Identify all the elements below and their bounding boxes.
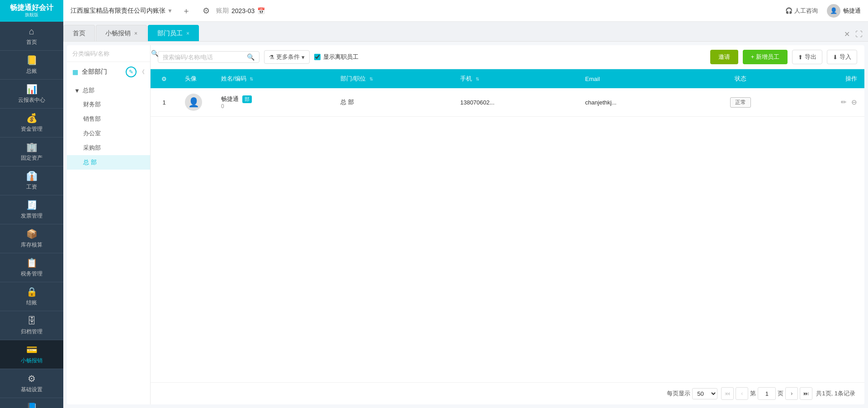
fund-icon: 💰 [26, 113, 38, 123]
company-selector[interactable]: 江西服宝精品有限责任公司内账张 ▼ [71, 7, 173, 15]
page-pre-label: 第 [750, 389, 756, 398]
sidebar-item-fund[interactable]: 💰 资金管理 [0, 109, 63, 138]
dept-edit-button[interactable]: ✎ [126, 66, 137, 77]
per-page-select[interactable]: 10 20 50 100 [692, 388, 717, 399]
company-dropdown-icon: ▼ [167, 8, 173, 14]
sidebar-label-invoice: 发票管理 [21, 212, 42, 220]
col-name-code[interactable]: 姓名/编码 ⇅ [214, 69, 333, 88]
sidebar-item-stock[interactable]: 📦 库存核算 [0, 224, 63, 253]
dept-child-finance[interactable]: 财务部 [67, 97, 150, 112]
dept-tree: ▼ 总部 财务部 销售部 办公室 采购部 [67, 82, 150, 404]
sidebar-label-reports: 云报表中心 [18, 96, 45, 104]
show-resigned-checkbox[interactable] [314, 54, 321, 60]
add-employee-button[interactable]: + 新增员工 [743, 50, 788, 64]
first-page-button[interactable]: ⏮ [721, 387, 734, 400]
dept-child-purchase[interactable]: 采购部 [67, 141, 150, 155]
app-logo: 畅捷通好会计 旗舰版 [0, 0, 63, 22]
tab-dept-emp-close[interactable]: × [186, 30, 189, 37]
sidebar-label-archive: 归档管理 [21, 328, 42, 336]
filter-arrow-icon: ▾ [302, 54, 305, 61]
sidebar-item-salary[interactable]: 👔 工资 [0, 166, 63, 195]
row-dept-cell: 总 部 [333, 88, 453, 117]
expense-icon: 💳 [26, 344, 38, 355]
dept-collapse-button[interactable]: 《 [139, 68, 145, 76]
row-actions-cell: ✏ ⊖ [786, 88, 864, 117]
col-actions: 操作 [786, 69, 864, 88]
last-page-button[interactable]: ⏭ [800, 387, 812, 400]
col-name-code-label: 姓名/编码 [221, 75, 246, 82]
show-resigned-checkbox-wrap[interactable]: 显示离职员工 [314, 53, 359, 61]
sidebar-item-home[interactable]: ⌂ 首页 [0, 22, 63, 51]
tab-home[interactable]: 首页 [63, 25, 95, 41]
col-settings[interactable]: ⚙ [151, 69, 178, 88]
invoice-icon: 🧾 [26, 199, 38, 210]
table-row: 1 👤 畅捷通 部 [151, 88, 864, 117]
company-name: 江西服宝精品有限责任公司内账张 [71, 7, 165, 15]
tab-expense[interactable]: 小畅报销 × [96, 25, 147, 41]
sidebar-item-closing[interactable]: 🔒 结账 [0, 282, 63, 311]
row-index: 1 [151, 88, 178, 117]
calendar-icon: 📅 [257, 7, 265, 14]
sidebar-item-expense[interactable]: 💳 小畅报销 [0, 340, 63, 369]
col-settings-icon: ⚙ [161, 76, 167, 82]
tab-maximize-button[interactable]: ⛶ [855, 30, 863, 38]
employee-avatar: 👤 [185, 94, 202, 111]
dept-child-sales[interactable]: 销售部 [67, 112, 150, 126]
dept-search-input[interactable] [72, 50, 148, 57]
filter-button[interactable]: ⚗ 更多条件 ▾ [264, 50, 310, 64]
import-icon: ⬇ [833, 54, 838, 61]
dept-child-purchase-label: 采购部 [83, 144, 101, 151]
sidebar-item-invoice[interactable]: 🧾 发票管理 [0, 195, 63, 224]
pagination-bar: 每页显示 10 20 50 100 ⏮ ‹ 第 页 [151, 382, 864, 404]
sidebar-item-reports[interactable]: 📊 云报表中心 [0, 80, 63, 109]
filter-icon: ⚗ [269, 54, 274, 61]
delete-employee-button[interactable]: ⊖ [851, 98, 857, 106]
reports-icon: 📊 [26, 84, 38, 95]
service-button[interactable]: 🎧 人工咨询 [785, 7, 818, 15]
tab-dept-emp[interactable]: 部门员工 × [148, 25, 199, 41]
export-button[interactable]: ⬆ 导出 [792, 50, 822, 64]
employee-dept: 总 部 [340, 99, 354, 105]
tab-expense-close[interactable]: × [134, 30, 137, 37]
invite-button[interactable]: 邀请 [710, 50, 738, 64]
sidebar-item-tax[interactable]: 📋 税务管理 [0, 253, 63, 282]
next-page-button[interactable]: › [785, 387, 798, 400]
row-avatar-cell: 👤 [178, 88, 214, 117]
tab-close-window-button[interactable]: ✕ [844, 30, 850, 38]
per-page-selector: 每页显示 10 20 50 100 [667, 388, 717, 399]
import-button[interactable]: ⬇ 导入 [827, 50, 857, 64]
sidebar-item-guide[interactable]: 📘 新手引导 [0, 398, 63, 408]
dept-child-general[interactable]: 总 部 [67, 155, 150, 170]
dept-root-label: 总部 [83, 86, 94, 95]
settings-button[interactable]: ⚙ [200, 5, 212, 17]
row-status-cell: 正常 [695, 88, 786, 117]
add-button[interactable]: ＋ [180, 5, 193, 17]
sidebar-item-archive[interactable]: 🗄 归档管理 [0, 311, 63, 340]
col-mobile[interactable]: 手机 ⇅ [453, 69, 578, 88]
tab-bar-right: ✕ ⛶ [839, 30, 868, 41]
row-action-buttons: ✏ ⊖ [793, 98, 857, 106]
employee-code: 0 [221, 103, 326, 109]
user-info[interactable]: 👤 畅捷通 [827, 4, 861, 18]
row-mobile-cell: 138070602... [453, 88, 578, 117]
sidebar-item-basic[interactable]: ⚙ 基础设置 [0, 369, 63, 398]
employee-mobile: 138070602... [460, 99, 495, 106]
employee-table: ⚙ 头像 姓名/编码 ⇅ 部门/职位 [151, 69, 864, 382]
col-dept-position[interactable]: 部门/职位 ⇅ [333, 69, 453, 88]
sidebar-item-fixed[interactable]: 🏢 固定资产 [0, 138, 63, 166]
page-navigation: ⏮ ‹ 第 页 › ⏭ [721, 387, 812, 400]
all-dept-label: 全部部门 [82, 68, 107, 76]
dept-child-office[interactable]: 办公室 [67, 126, 150, 141]
employee-search-input[interactable] [163, 54, 244, 61]
dept-root-item[interactable]: ▼ 总部 [67, 84, 150, 97]
page-input[interactable] [758, 387, 776, 400]
col-status: 状态 [695, 69, 786, 88]
dept-root-arrow: ▼ [74, 87, 80, 94]
col-avatar-label: 头像 [185, 75, 197, 82]
period-selector[interactable]: 账期 2023-03 📅 [216, 7, 265, 15]
sidebar-item-ledger[interactable]: 📒 总账 [0, 51, 63, 80]
edit-employee-button[interactable]: ✏ [841, 98, 847, 106]
dept-child-general-label: 总 部 [83, 159, 97, 166]
show-resigned-label: 显示离职员工 [323, 53, 359, 61]
prev-page-button[interactable]: ‹ [736, 387, 748, 400]
